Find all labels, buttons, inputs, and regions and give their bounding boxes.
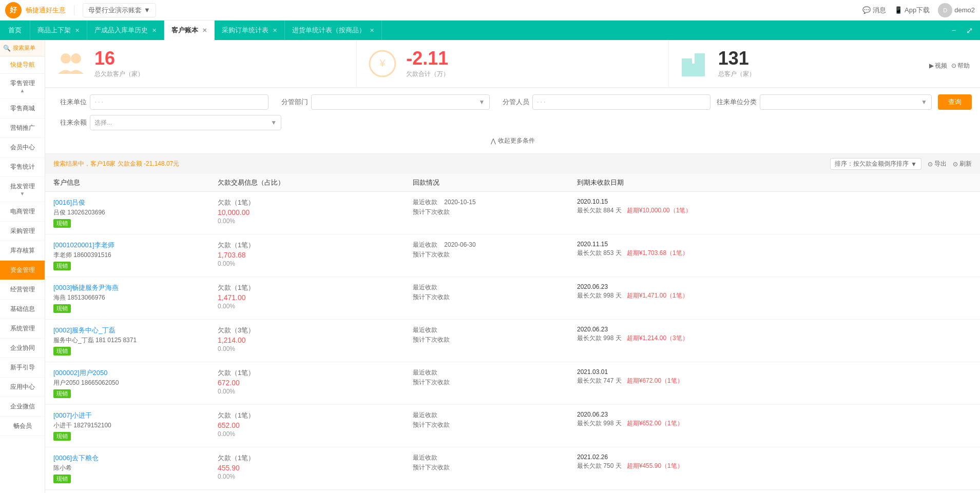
sidebar-item-retail-stats[interactable]: 零售统计 <box>0 157 45 177</box>
table-row: [0016]吕俊 吕俊 13026203696 现销 欠款（1笔） 10,000… <box>45 192 980 234</box>
overdue-info-1: 2020.11.15 最长欠款 853 天 超期¥1,703.68（1笔） <box>577 241 972 258</box>
minimize-btn[interactable]: － <box>947 24 961 37</box>
tab-stock-history[interactable]: 产成品入库单历史 ✕ <box>87 21 164 40</box>
sidebar-item-wechat[interactable]: 企业微信 <box>0 397 45 417</box>
customer-id-5[interactable]: [0007]小进干 <box>53 411 218 420</box>
debt-pct-2: 0.00% <box>218 303 413 310</box>
sidebar-item-marketing[interactable]: 营销推广 <box>0 119 45 138</box>
sidebar-item-purchase[interactable]: 采购管理 <box>0 222 45 241</box>
customer-id-4[interactable]: [000002]用户2050 <box>53 368 218 378</box>
next-payment-6: 预计下次收款 <box>413 463 577 472</box>
overdue-link-5[interactable]: 超期¥652.00（1笔） <box>627 420 683 427</box>
query-button[interactable]: 查询 <box>938 94 972 110</box>
tab-customer-account[interactable]: 客户账本 ✕ <box>164 21 215 40</box>
person-input[interactable]: ··· <box>532 94 711 110</box>
sidebar-search[interactable]: 🔍 搜索菜单 <box>0 40 45 56</box>
overdue-days-4: 最长欠款 747 天 超期¥672.00（1笔） <box>577 377 972 385</box>
customer-info-1: [0001020001]李老师 李老师 18600391516 现销 <box>53 241 218 270</box>
sort-selector[interactable]: 排序：按欠款金额倒序排序 ▼ <box>830 158 921 170</box>
table-row: [0006]去下粮仓 陈小希 现销 欠款（1笔） 455.90 0.00% 最近… <box>45 447 980 490</box>
tab-close-account[interactable]: ✕ <box>202 27 207 34</box>
app-download-btn[interactable]: 📱 App下载 <box>894 6 930 15</box>
sidebar-item-vip[interactable]: 畅会员 <box>0 417 45 436</box>
debt-pct-5: 0.00% <box>218 430 413 438</box>
customer-info-5: [0007]小进干 小进干 18279152100 现销 <box>53 411 218 441</box>
source-unit-input[interactable]: ··· <box>90 94 268 110</box>
debt-count-4: 欠款（1笔） <box>218 368 413 378</box>
user-avatar[interactable]: D demo2 <box>938 3 975 17</box>
sidebar-item-label: 库存核算 <box>3 246 42 255</box>
sidebar-item-inventory[interactable]: 库存核算 <box>0 241 45 261</box>
sidebar-item-label: 电商管理 <box>3 207 42 216</box>
sidebar-item-system[interactable]: 系统管理 <box>0 319 45 339</box>
debt-info-3: 欠款（3笔） 1,214.00 0.00% <box>218 326 413 352</box>
sidebar-item-label: 营销推广 <box>3 124 42 132</box>
overdue-link-3[interactable]: 超期¥1,214.00（3笔） <box>627 334 688 342</box>
tab-home[interactable]: 首页 <box>0 21 30 40</box>
dept-select[interactable]: ▼ <box>311 94 490 110</box>
collapse-filter-btn[interactable]: ⋀ 收起更多条件 <box>53 134 972 147</box>
customer-id-1[interactable]: [0001020001]李老师 <box>53 241 218 250</box>
category-dropdown-icon: ▼ <box>921 98 927 106</box>
sidebar-item-guide[interactable]: 新手引导 <box>0 358 45 378</box>
tab-close-purchase[interactable]: ✕ <box>273 27 277 34</box>
sidebar-item-retail-mgmt[interactable]: 零售管理 ▲ <box>0 74 45 99</box>
tab-close-goods-stats[interactable]: ✕ <box>370 27 374 34</box>
return-info-2: 最近收款 预计下次收款 <box>413 283 577 302</box>
customer-id-2[interactable]: [0003]畅捷服务尹海燕 <box>53 283 218 292</box>
sidebar-item-finance[interactable]: 资金管理 <box>0 261 45 280</box>
customer-id-0[interactable]: [0016]吕俊 <box>53 198 218 207</box>
debt-amount-0[interactable]: 10,000.00 <box>218 208 413 216</box>
sidebar-item-wholesale-mgmt[interactable]: 批发管理 ▼ <box>0 177 45 202</box>
balance-select[interactable]: 选择... ▼ <box>90 115 281 130</box>
debt-amount-1[interactable]: 1,703.68 <box>218 251 413 259</box>
category-select[interactable]: ▼ <box>760 94 932 110</box>
sidebar-item-ecommerce[interactable]: 电商管理 <box>0 202 45 222</box>
store-selector[interactable]: 母婴行业演示账套 ▼ <box>83 3 156 17</box>
tab-goods-stats[interactable]: 进货单统计表（按商品） ✕ <box>285 21 382 40</box>
return-info-0: 最近收款 2020-10-15 预计下次收款 <box>413 198 577 216</box>
filter-unit-category: 往来单位分类 ▼ <box>717 94 932 110</box>
message-btn[interactable]: 💬 消息 <box>862 6 886 15</box>
overdue-link-4[interactable]: 超期¥672.00（1笔） <box>627 377 683 384</box>
debt-count-6: 欠款（1笔） <box>218 453 413 463</box>
overdue-link-2[interactable]: 超期¥1,471.00（1笔） <box>627 292 688 299</box>
debt-amount-2[interactable]: 1,471.00 <box>218 293 413 302</box>
sidebar-quick-nav[interactable]: 快捷导航 <box>0 56 45 74</box>
tab-goods-listing[interactable]: 商品上下架 ✕ <box>30 21 87 40</box>
debt-amount-4[interactable]: 672.00 <box>218 379 413 387</box>
video-btn[interactable]: ▶ 视频 <box>929 62 947 70</box>
debt-amount-3[interactable]: 1,214.00 <box>218 336 413 344</box>
maximize-btn[interactable]: ⤢ <box>963 25 976 36</box>
export-btn[interactable]: ⊙ 导出 <box>928 160 947 168</box>
debt-amount-5[interactable]: 652.00 <box>218 421 413 429</box>
filter-category-label: 往来单位分类 <box>717 97 757 107</box>
help-btn[interactable]: ⊙ 帮助 <box>951 62 970 70</box>
filter-person: 分管人员 ··· <box>496 94 711 110</box>
customer-id-6[interactable]: [0006]去下粮仓 <box>53 453 218 463</box>
store-arrow: ▼ <box>144 6 150 14</box>
customer-id-3[interactable]: [0002]服务中心_丁磊 <box>53 326 218 335</box>
sidebar-item-business[interactable]: 经营管理 <box>0 280 45 300</box>
sidebar-item-collab[interactable]: 企业协同 <box>0 339 45 358</box>
debt-count-3: 欠款（3笔） <box>218 326 413 335</box>
debt-amount-6[interactable]: 455.90 <box>218 464 413 472</box>
nav-window-controls: － ⤢ <box>947 24 980 37</box>
sidebar-item-apps[interactable]: 应用中心 <box>0 378 45 397</box>
sidebar-item-basic-info[interactable]: 基础信息 <box>0 300 45 319</box>
overdue-link-0[interactable]: 超期¥10,000.00（1笔） <box>627 207 692 214</box>
overdue-link-6[interactable]: 超期¥455.90（1笔） <box>627 462 683 469</box>
overdue-info-5: 2020.06.23 最长欠款 998 天 超期¥652.00（1笔） <box>577 411 972 428</box>
next-payment-5: 预计下次收款 <box>413 421 577 429</box>
sidebar-item-member[interactable]: 会员中心 <box>0 138 45 157</box>
sidebar-item-retail-mall[interactable]: 零售商城 <box>0 99 45 119</box>
tab-purchase-stats[interactable]: 采购订单统计表 ✕ <box>215 21 285 40</box>
svg-rect-5 <box>695 53 705 76</box>
tab-close-goods[interactable]: ✕ <box>75 27 80 34</box>
total-customers-number: 131 <box>718 49 755 68</box>
last-payment-label-0: 最近收款 2020-10-15 <box>413 198 577 207</box>
refresh-btn[interactable]: ⊙ 刷新 <box>953 160 972 168</box>
tab-close-stock[interactable]: ✕ <box>152 27 157 34</box>
overdue-link-1[interactable]: 超期¥1,703.68（1笔） <box>627 249 688 257</box>
next-payment-3: 预计下次收款 <box>413 336 577 344</box>
